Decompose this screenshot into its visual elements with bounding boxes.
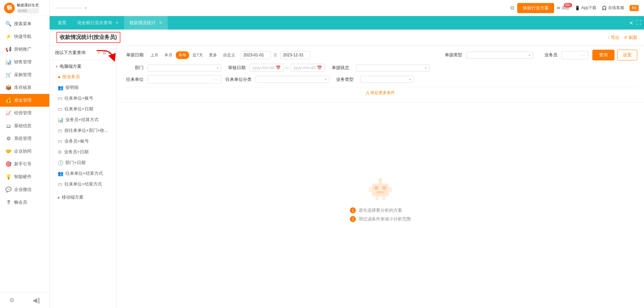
sidebar-item-hardware[interactable]: 💡 智能硬件 xyxy=(0,170,49,183)
sidebar-item-sales[interactable]: 📊 销售管理 xyxy=(0,56,49,68)
collapse-bar[interactable]: ⋀ 收起更多条件 xyxy=(123,87,637,98)
settings-footer-btn[interactable]: ⚙ xyxy=(6,295,17,305)
export-btn[interactable]: ↑ 导出 xyxy=(607,35,620,41)
tab-bank-flow[interactable]: 现金银行流水查询 ✕ xyxy=(72,16,124,30)
left-panel-actions: + ⚙ « xyxy=(98,50,111,55)
left-panel-header: 按以下方案查询 + ⚙ « xyxy=(50,46,116,60)
logo-area: 畅 畅捷通好生意 标准版 xyxy=(0,0,49,16)
dept-date-icon: 🕐 xyxy=(58,160,63,165)
svg-rect-8 xyxy=(375,196,379,200)
refresh-btn[interactable]: ↺ 刷新 xyxy=(624,35,637,41)
audit-date-from-icon: 📅 xyxy=(276,65,281,70)
sidebar-item-system[interactable]: ⚙ 系统管理 xyxy=(0,132,49,145)
marketing-icon: 📢 xyxy=(5,46,11,52)
empty-robot-icon xyxy=(367,175,394,202)
sidebar-item-wechat[interactable]: 💬 企业微信 xyxy=(0,183,49,196)
tab-close-bank-flow[interactable]: ✕ xyxy=(115,20,119,25)
message-btn[interactable]: ✉ 消息 99+ xyxy=(557,5,570,11)
doc-type-select[interactable]: ▾ xyxy=(466,52,533,59)
topbar-gear-icon[interactable]: ⚙ xyxy=(510,5,515,11)
empty-tips: 1 请先选择要分析的方案 2 用过滤条件来缩小分析范围 xyxy=(350,207,411,222)
biz-type-select[interactable]: ▾ xyxy=(360,76,414,83)
message-badge: 99+ xyxy=(564,3,572,7)
audit-date-to-input[interactable]: yyyy-mm-dd 📅 xyxy=(290,64,325,72)
app-download-btn[interactable]: 📱 App下载 xyxy=(575,5,596,11)
search-icon: 🔍 xyxy=(5,21,11,27)
date-tab-this-month[interactable]: 本月 xyxy=(162,51,175,59)
sidebar-item-operations[interactable]: 📈 经营管理 xyxy=(0,107,49,119)
tab-receipt-stat[interactable]: 收款情况统计 ✕ xyxy=(124,16,168,30)
doc-status-select[interactable]: ▾ xyxy=(356,64,430,71)
sidebar-item-guide[interactable]: 🎯 新手引导 xyxy=(0,158,49,170)
tree-item-unit-method2[interactable]: 🗃 往来单位+结算方式 xyxy=(50,179,116,190)
basicinfo-icon: 🗂 xyxy=(5,123,11,129)
message-icon: ✉ xyxy=(557,6,560,10)
sidebar-item-member[interactable]: 🎖 畅会员 xyxy=(0,196,49,209)
user-avatar[interactable]: Rit xyxy=(630,5,639,11)
set-btn[interactable]: 设置 xyxy=(617,50,637,60)
tree-item-unit-dept[interactable]: 🗃 按往来单位+部门+收... xyxy=(50,125,116,136)
tab-close-btn[interactable]: ✕ xyxy=(629,20,633,26)
doc-type-arrow: ▾ xyxy=(529,53,530,57)
system-icon: ⚙ xyxy=(5,136,11,142)
tree-label-mobile[interactable]: ▶ 移动端方案 xyxy=(50,192,116,202)
sidebar-footer: ⚙ ◀‖ xyxy=(0,292,49,308)
tree-item-dept-date[interactable]: 🕐 部门+日期 xyxy=(50,157,116,168)
tree-item-unit-method1[interactable]: 👥 往来单位+结算方式 xyxy=(50,168,116,179)
wechat-icon: 💬 xyxy=(5,187,11,193)
date-tabs: 上月 本月 本年 近7天 更多 自定义 xyxy=(148,51,238,59)
sidebar-item-purchase[interactable]: 🛒 采购管理 xyxy=(0,68,49,81)
service-icon: 🎧 xyxy=(602,6,607,10)
tab-expand-btn[interactable]: ⛶ xyxy=(636,20,641,26)
refresh-icon: ↺ xyxy=(624,35,627,40)
svg-rect-1 xyxy=(374,186,378,190)
dept-select[interactable]: ▾ xyxy=(148,64,221,71)
collapse-footer-btn[interactable]: ◀‖ xyxy=(30,295,43,305)
sidebar-item-corp[interactable]: 🤝 企业协同 xyxy=(0,145,49,158)
date-tab-last-month[interactable]: 上月 xyxy=(148,51,161,59)
detail-icon: 👥 xyxy=(58,85,63,90)
scheme-gear-btn[interactable]: ⚙ xyxy=(102,50,107,55)
date-tab-custom[interactable]: 自定义 xyxy=(220,51,238,59)
date-to-input[interactable]: 2023-12-31 xyxy=(280,51,310,59)
audit-date-from-input[interactable]: yyyy-mm-dd 📅 xyxy=(250,64,284,72)
tree-item-by-detail[interactable]: 👥 按明细 xyxy=(50,82,116,93)
tab-home[interactable]: 首页 xyxy=(52,16,72,30)
unit-category-select[interactable]: ▾ xyxy=(256,76,329,83)
svg-rect-9 xyxy=(382,196,385,200)
date-tab-this-year[interactable]: 本年 xyxy=(176,51,189,59)
sidebar-item-basicinfo[interactable]: 🗂 基础信息 xyxy=(0,119,49,132)
date-from-input[interactable]: 2023-01-01 xyxy=(240,51,271,59)
left-panel-title: 按以下方案查询 xyxy=(55,50,96,56)
sidebar-item-marketing[interactable]: 📢 营销推广 xyxy=(0,43,49,56)
sidebar-item-quicknav[interactable]: ⚡ 快捷导航 xyxy=(0,30,49,43)
tree-label-desktop[interactable]: ▼ 电脑端方案 xyxy=(50,61,116,71)
page-content: 收款情况统计(按业务员) ↑ 导出 ↺ 刷新 按以下方案查询 + xyxy=(50,30,644,308)
tree-item-by-salesman[interactable]: ● 按业务员 xyxy=(50,71,116,82)
collapse-panel-btn[interactable]: « xyxy=(109,50,111,55)
topbar-right: ✉ 消息 99+ 📱 App下载 🎧 在线客服 Rit xyxy=(557,5,639,11)
operations-icon: 📈 xyxy=(5,110,11,116)
tree-item-unit-account[interactable]: 🗃 往来单位+账号 xyxy=(50,93,116,104)
filter-row-1: 单据日期 上月 本月 本年 近7天 更多 自定义 2023- xyxy=(123,50,637,60)
tree-item-unit-date[interactable]: 🗃 往来单位+日期 xyxy=(50,104,116,114)
trial-btn[interactable]: 体验行业方案 xyxy=(517,3,554,13)
filter-area: 单据日期 上月 本月 本年 近7天 更多 自定义 2023- xyxy=(117,46,644,103)
date-tab-more[interactable]: 更多 xyxy=(206,51,220,59)
online-service-btn[interactable]: 🎧 在线客服 xyxy=(602,5,624,11)
sidebar-item-finance[interactable]: 💰 资金管理 xyxy=(0,94,49,107)
tree-item-salesman-method[interactable]: 📊 业务员+结算方式 xyxy=(50,114,116,125)
tree-item-salesman-account[interactable]: 🗃 业务员+账号 xyxy=(50,136,116,147)
add-scheme-btn[interactable]: + xyxy=(98,50,100,55)
date-field: 上月 本月 本年 近7天 更多 自定义 2023-01-01 至 xyxy=(148,51,438,59)
tree-item-salesman-date[interactable]: ⚙ 业务员+日期 xyxy=(50,147,116,157)
salesman-select[interactable]: ··· xyxy=(561,51,588,59)
unit-select[interactable]: ··· xyxy=(148,75,221,84)
date-tab-7days[interactable]: 近7天 xyxy=(190,51,206,59)
query-btn[interactable]: 查询 xyxy=(592,50,614,60)
sidebar-item-inventory[interactable]: 📦 库存核算 xyxy=(0,81,49,94)
unit-method1-icon: 👥 xyxy=(58,171,63,176)
tab-close-receipt-stat[interactable]: ✕ xyxy=(159,20,162,25)
sidebar-item-search[interactable]: 🔍 搜索菜单 xyxy=(0,17,49,30)
tabbar: 首页 现金银行流水查询 ✕ 收款情况统计 ✕ ✕ ⛶ xyxy=(50,16,644,30)
